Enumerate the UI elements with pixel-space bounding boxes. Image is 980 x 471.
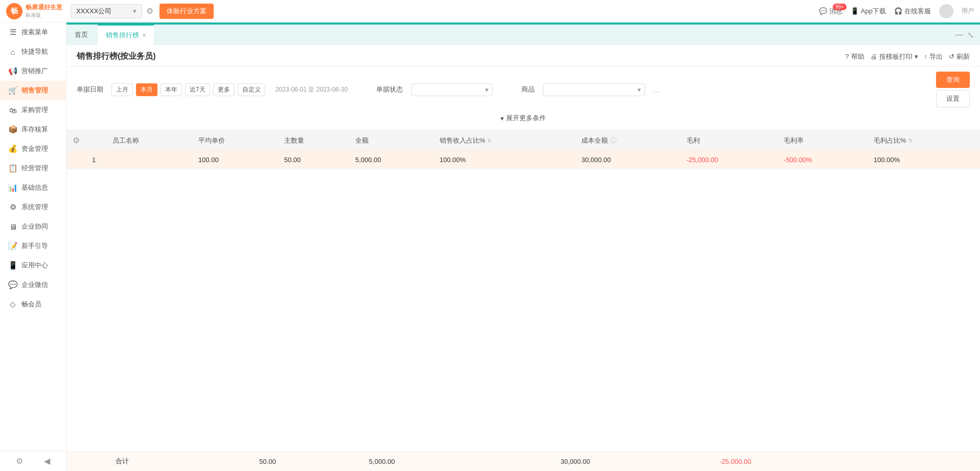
avatar[interactable] — [939, 4, 953, 18]
sidebar-icon-7: 📋 — [8, 164, 17, 173]
tab-close-icon[interactable]: × — [142, 32, 146, 39]
message-action[interactable]: 💬 消息 99+ — [819, 7, 842, 16]
sidebar-item-14[interactable]: ◇畅会员 — [0, 295, 66, 314]
footer-rank-cell — [89, 457, 109, 466]
sidebar-label-14: 畅会员 — [21, 300, 41, 309]
tab-minimize-button[interactable]: — — [955, 30, 963, 39]
this-month-button[interactable]: 本月 — [136, 83, 157, 96]
filter-row-1: 单据日期 上月 本月 本年 近7天 更多 自定义 2023-06-01 至 20… — [77, 72, 970, 107]
company-selector[interactable]: XXXXX公司 ▾ — [71, 4, 142, 18]
app-download-action[interactable]: 📱 App下载 — [851, 7, 886, 16]
goods-more-icon[interactable]: … — [653, 86, 660, 94]
footer-cost-amount: 30,000.00 — [554, 457, 713, 466]
print-button[interactable]: 🖨 按模板打印 ▾ — [871, 52, 918, 61]
row-name — [106, 151, 192, 169]
sidebar-icon-12: 📱 — [8, 261, 17, 270]
date-filter-buttons: 上月 本月 本年 近7天 更多 自定义 — [111, 83, 265, 96]
query-actions: 查询 设置 — [936, 72, 970, 107]
sidebar-icon-5: 📦 — [8, 125, 17, 134]
sidebar: ☰搜索菜单⌂快捷导航📢营销推广🛒销售管理🛍采购管理📦库存核算💰资金管理📋经营管理… — [0, 23, 66, 471]
query-button[interactable]: 查询 — [936, 72, 970, 88]
footer-gross-margin — [881, 457, 927, 466]
chevron-down-icon: ▾ — [133, 7, 136, 15]
last-month-button[interactable]: 上月 — [111, 83, 133, 96]
sidebar-item-5[interactable]: 📦库存核算 — [0, 120, 66, 139]
message-icon: 💬 — [819, 7, 827, 15]
sidebar-item-10[interactable]: 🖥企业协同 — [0, 217, 66, 236]
sidebar-icon-9: ⚙ — [8, 203, 17, 212]
col-gross-profit: 毛利 — [680, 130, 778, 151]
sidebar-item-13[interactable]: 💬企业微信 — [0, 275, 66, 295]
row-gross-margin: -500.00% — [778, 151, 868, 169]
app-icon: 📱 — [851, 7, 859, 15]
sidebar-item-3[interactable]: 🛒销售管理 — [0, 81, 66, 100]
sort-icon-2[interactable]: ⇅ — [908, 138, 913, 143]
table-row: 1 100.00 50.00 5,000.00 100.00% 30,000.0… — [66, 151, 980, 169]
this-year-button[interactable]: 本年 — [161, 83, 182, 96]
refresh-button[interactable]: ↺ 刷新 — [949, 52, 970, 61]
sidebar-item-4[interactable]: 🛍采购管理 — [0, 100, 66, 120]
footer-table: 合计 50.00 5,000.00 30,000.00 -25,000.00 — [73, 457, 974, 466]
sidebar-item-12[interactable]: 📱应用中心 — [0, 256, 66, 275]
goods-input[interactable] — [543, 83, 645, 96]
info-icon[interactable]: ⓘ — [610, 136, 617, 145]
column-settings-icon[interactable]: ⚙ — [73, 136, 80, 145]
more-date-button[interactable]: 更多 — [213, 83, 235, 96]
sidebar-icon-2: 📢 — [8, 66, 17, 76]
print-icon: 🖨 — [871, 53, 877, 60]
col-amount: 全额 — [349, 130, 434, 151]
sidebar-settings-icon[interactable]: ⚙ — [16, 456, 23, 466]
sidebar-icon-14: ◇ — [8, 300, 17, 309]
col-gross-pct: 毛利占比%⇅ — [868, 130, 980, 151]
sidebar-item-7[interactable]: 📋经营管理 — [0, 159, 66, 178]
online-support-action[interactable]: 🎧 在线客服 — [894, 7, 931, 16]
filter-settings-button[interactable]: 设置 — [936, 90, 970, 107]
sidebar-item-9[interactable]: ⚙系统管理 — [0, 197, 66, 217]
sidebar-icon-13: 💬 — [8, 280, 17, 289]
col-sales-pct: 销售收入占比%⇅ — [434, 130, 575, 151]
sort-icon[interactable]: ⇅ — [487, 138, 491, 143]
sidebar-item-6[interactable]: 💰资金管理 — [0, 139, 66, 159]
tab-sales-ranking[interactable]: 销售排行榜 × — [98, 25, 154, 45]
sidebar-label-7: 经营管理 — [21, 164, 48, 173]
col-settings[interactable]: ⚙ — [66, 130, 86, 151]
tab-expand-button[interactable]: ⤡ — [967, 30, 974, 40]
expand-conditions-button[interactable]: ▾ 展开更多条件 — [77, 111, 970, 125]
export-icon: ↑ — [924, 53, 928, 60]
status-filter-label: 单据状态 — [376, 85, 403, 94]
goods-select-wrap — [543, 83, 645, 96]
custom-date-button[interactable]: 自定义 — [238, 83, 265, 96]
tab-bar: 首页 | 销售排行榜 × — ⤡ — [66, 25, 980, 45]
sidebar-label-4: 采购管理 — [21, 105, 48, 115]
sidebar-label-10: 企业协同 — [21, 222, 48, 231]
footer-amount: 5,000.00 — [363, 457, 508, 466]
top-settings-icon[interactable]: ⚙ — [146, 6, 153, 16]
help-button[interactable]: ? 帮助 — [845, 52, 864, 61]
sidebar-item-0[interactable]: ☰搜索菜单 — [0, 23, 66, 42]
page-actions: ? 帮助 🖨 按模板打印 ▾ ↑ 导出 ↺ 刷新 — [845, 52, 970, 61]
sidebar-label-5: 库存核算 — [21, 125, 48, 134]
table-area: ⚙ 员工名称 平均单价 主数量 全额 销售收入占比%⇅ 成本全额ⓘ — [66, 130, 980, 451]
trial-button[interactable]: 体验行业方案 — [159, 4, 214, 19]
sidebar-item-2[interactable]: 📢营销推广 — [0, 61, 66, 81]
last7days-button[interactable]: 近7天 — [185, 83, 210, 96]
col-cost-amount: 成本全额ⓘ — [575, 130, 680, 151]
status-select[interactable] — [411, 83, 493, 96]
row-sales-pct: 100.00% — [434, 151, 575, 169]
sidebar-item-11[interactable]: 📝新手引导 — [0, 236, 66, 256]
content-area: 首页 | 销售排行榜 × — ⤡ 销售排行榜(按业务员) ? 帮助 — [66, 23, 980, 471]
sidebar-label-3: 销售管理 — [21, 86, 48, 95]
export-button[interactable]: ↑ 导出 — [924, 52, 943, 61]
sidebar-item-8[interactable]: 📊基础信息 — [0, 178, 66, 197]
sidebar-item-1[interactable]: ⌂快捷导航 — [0, 42, 66, 61]
footer-gross-profit: -25,000.00 — [713, 457, 880, 466]
sidebar-collapse-icon[interactable]: ◀ — [44, 456, 50, 466]
sidebar-icon-3: 🛒 — [8, 86, 17, 95]
sidebar-label-12: 应用中心 — [21, 261, 48, 270]
table-footer: 合计 50.00 5,000.00 30,000.00 -25,000.00 — [66, 451, 980, 471]
col-avg-price: 平均单价 — [192, 130, 278, 151]
tab-home[interactable]: 首页 — [66, 25, 96, 45]
tab-label: 销售排行榜 — [106, 31, 139, 40]
footer-label: 合计 — [109, 457, 207, 466]
tab-bar-right: — ⤡ — [955, 30, 980, 40]
